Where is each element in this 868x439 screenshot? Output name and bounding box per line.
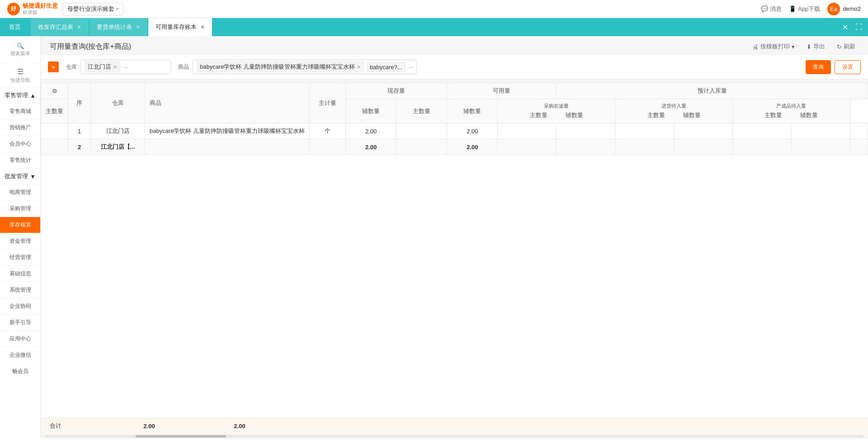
tab-yaohuo-close[interactable]: ✕ — [136, 24, 140, 30]
summary-bar: 合计 2.00 2.00 — [41, 418, 868, 434]
sidebar-item-operations[interactable]: 经营管理 — [0, 250, 40, 266]
product-filter-more[interactable]: ··· — [408, 64, 413, 71]
quick-nav-icon: ☰ — [4, 67, 37, 76]
print-icon: 🖨 — [753, 43, 759, 50]
summary-cells: 2.00 2.00 — [122, 423, 863, 430]
warehouse-filter-input[interactable]: 江北门店 ✕ ··· — [80, 60, 171, 74]
export-button[interactable]: ⬇ 导出 — [803, 41, 829, 52]
th-production: 产成品待入量 主数量辅数量 — [732, 99, 850, 123]
sidebar-item-marketing[interactable]: 营销推广 — [0, 120, 40, 136]
summary-stock-aux — [176, 423, 212, 430]
sidebar-item-member-center[interactable]: 会员中心 — [0, 136, 40, 152]
sidebar-section-retail-header[interactable]: 零售管理 ▲ — [0, 88, 40, 104]
product-tag-1-remove[interactable]: ✕ — [357, 64, 361, 70]
row2-warehouse: 江北门店【... — [91, 139, 145, 155]
sidebar-item-collab[interactable]: 企业协同 — [0, 298, 40, 315]
th-purchase: 进货待入量 主数量辅数量 — [615, 99, 733, 123]
tab-fullscreen-icon[interactable]: ⛶ — [854, 21, 864, 33]
tab-shoufacun-close[interactable]: ✕ — [77, 24, 81, 30]
tab-shoufacun-label: 收发存汇总表 — [38, 23, 73, 31]
horizontal-scrollbar[interactable] — [41, 434, 868, 439]
filter-expand-button[interactable]: » — [48, 61, 59, 72]
row2-stock-main: 2.00 — [346, 139, 396, 155]
query-button[interactable]: 查询 — [806, 60, 831, 74]
print-chevron-icon: ▾ — [792, 43, 795, 50]
expand-icon: ▲ — [30, 92, 36, 99]
product-filter-input[interactable]: babycare学饮杯 儿童防摔防撞吸管杯重力球吸嘴杯宝宝水杯 ✕ babyca… — [193, 60, 417, 74]
tab-home[interactable]: 首页 — [0, 18, 30, 36]
row1-avail-main: 2.00 — [447, 123, 498, 139]
sidebar-item-wecom[interactable]: 企业微信 — [0, 347, 40, 363]
export-icon: ⬇ — [807, 43, 811, 50]
search-menu-button[interactable]: 🔍 搜索菜单 — [4, 40, 37, 60]
row2-unit — [310, 139, 346, 155]
row2-prod-aux — [850, 139, 868, 155]
quick-nav-button[interactable]: ☰ 快捷导航 — [0, 64, 40, 88]
search-menu-label: 搜索菜单 — [6, 50, 34, 57]
tab-keyongliang[interactable]: 可用量库存账本 ✕ — [148, 18, 212, 36]
sidebar-item-ecommerce[interactable]: 电商管理 — [0, 184, 40, 201]
print-label: 按模板打印 — [760, 42, 790, 51]
product-tag-1: babycare学饮杯 儿童防摔防撞吸管杯重力球吸嘴杯宝宝水杯 ✕ — [197, 61, 364, 72]
quick-nav-label: 快捷导航 — [4, 77, 37, 84]
th-stock-aux: 辅数量 — [346, 99, 396, 123]
tab-bar-actions: ✕ ⛶ — [840, 21, 868, 33]
sidebar-item-finance[interactable]: 资金管理 — [0, 233, 40, 250]
tab-yaohuo-label: 要货单统计表 — [97, 23, 132, 31]
sidebar-item-app-center[interactable]: 应用中心 — [0, 331, 40, 347]
sidebar: 🔍 搜索菜单 ☰ 快捷导航 零售管理 ▲ 零售商城 营销推广 会员中心 零售统计… — [0, 36, 41, 439]
refresh-button[interactable]: ↻ 刷新 — [833, 41, 859, 52]
sidebar-item-inventory[interactable]: 库存核算 — [0, 217, 40, 233]
print-template-button[interactable]: 🖨 按模板打印 ▾ — [749, 41, 798, 52]
row1-prod-aux — [850, 123, 868, 139]
org-selector[interactable]: 母婴行业演示账套 ▾ — [62, 3, 123, 15]
settings-button[interactable]: 设置 — [835, 60, 861, 74]
brand-name: 畅捷通好生意 — [23, 2, 58, 9]
tab-shoufacun[interactable]: 收发存汇总表 ✕ — [31, 18, 89, 36]
warehouse-tag-remove[interactable]: ✕ — [113, 64, 117, 70]
sidebar-item-retail-stats[interactable]: 零售统计 — [0, 152, 40, 169]
row2-proc-main — [557, 139, 615, 155]
summary-label: 合计 — [45, 422, 122, 430]
app-download-button[interactable]: 📱 App下载 — [789, 5, 820, 13]
table-row-group: 2 江北门店【... 2.00 2.00 — [41, 139, 868, 155]
product-filter-label: 商品 — [178, 63, 189, 71]
sidebar-item-basic-info[interactable]: 基础信息 — [0, 266, 40, 282]
wholesale-mgmt-label: 批发管理 — [5, 172, 28, 180]
row1-proc-main — [557, 123, 615, 139]
tab-close-all-icon[interactable]: ✕ — [840, 21, 850, 33]
summary-text: 合计 — [50, 422, 61, 429]
message-label: 消息 — [770, 5, 782, 13]
refresh-label: 刷新 — [844, 42, 855, 51]
sidebar-item-newbie[interactable]: 新手引导 — [0, 315, 40, 331]
table-wrapper: ⚙ 序 仓库 商品 主计量 现存量 可用量 预计入库量 主数量 辅数量 主数量 … — [41, 83, 868, 418]
product-tag-1-value: babycare学饮杯 儿童防摔防撞吸管杯重力球吸嘴杯宝宝水杯 — [200, 63, 355, 71]
sidebar-item-system[interactable]: 系统管理 — [0, 282, 40, 298]
sidebar-item-purchase[interactable]: 采购管理 — [0, 201, 40, 217]
tab-keyongliang-label: 可用量库存账本 — [156, 23, 197, 31]
th-main-unit: 主计量 — [310, 83, 346, 123]
row2-purch-main — [674, 139, 733, 155]
top-bar: 好 畅捷通好生意 标准版 母婴行业演示账套 ▾ 💬 消息 📱 App下载 Ea … — [0, 0, 868, 18]
sidebar-section-wholesale-header[interactable]: 批发管理 ▼ — [0, 169, 40, 184]
logo-text: 畅捷通好生意 标准版 — [23, 2, 58, 15]
th-procurement: 采购在途量 主数量辅数量 — [498, 99, 615, 123]
message-button[interactable]: 💬 消息 — [761, 5, 782, 13]
user-info[interactable]: Ea demo2 — [827, 3, 861, 15]
org-name: 母婴行业演示账套 — [67, 5, 114, 13]
summary-stock-main: 2.00 — [122, 423, 176, 430]
sidebar-item-member[interactable]: 畅会员 — [0, 363, 40, 380]
scroll-thumb[interactable] — [136, 435, 226, 438]
th-forecast-in: 预计入库量 — [557, 83, 868, 99]
tab-yaohuo[interactable]: 要货单统计表 ✕ — [90, 18, 147, 36]
th-current-stock: 现存量 — [346, 83, 447, 99]
sidebar-item-retail-mall[interactable]: 零售商城 — [0, 104, 40, 120]
warehouse-filter-more[interactable]: ··· — [123, 64, 128, 71]
row2-prod-main — [791, 139, 850, 155]
top-bar-right: 💬 消息 📱 App下载 Ea demo2 — [761, 3, 861, 15]
row1-product: babycare学饮杯 儿童防摔防撞吸管杯重力球吸嘴杯宝宝水杯 — [145, 123, 310, 139]
tab-keyongliang-close[interactable]: ✕ — [200, 24, 205, 30]
row2-stock-aux — [396, 139, 447, 155]
th-available: 可用量 — [447, 83, 557, 99]
warehouse-tag: 江北门店 ✕ — [85, 61, 120, 72]
